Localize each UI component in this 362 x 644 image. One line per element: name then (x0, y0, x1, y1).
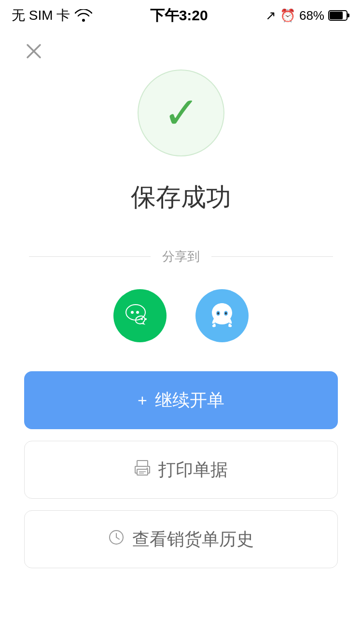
svg-point-13 (225, 312, 227, 315)
alarm-icon: ⏰ (280, 8, 295, 23)
battery-text: 68% (299, 8, 324, 23)
svg-point-18 (147, 468, 148, 469)
share-icons-row (113, 289, 249, 342)
status-time: 下午3:20 (150, 6, 208, 26)
wechat-share-button[interactable] (113, 289, 167, 342)
svg-line-21 (116, 537, 119, 539)
plus-icon: + (138, 391, 147, 410)
svg-point-12 (217, 312, 219, 315)
action-buttons: + 继续开单 打印单据 (0, 371, 362, 568)
main-content: ✓ 保存成功 分享到 (0, 31, 362, 568)
success-icon-circle: ✓ (138, 70, 224, 156)
svg-rect-15 (137, 469, 148, 475)
share-divider: 分享到 (0, 248, 362, 265)
svg-point-7 (136, 311, 139, 314)
carrier-text: 无 SIM 卡 (12, 6, 70, 25)
close-icon (25, 42, 43, 60)
share-label: 分享到 (151, 248, 211, 265)
svg-rect-2 (330, 12, 343, 19)
print-button-label: 打印单据 (158, 458, 228, 482)
close-button[interactable] (19, 37, 48, 66)
divider-right (211, 256, 333, 257)
success-title: 保存成功 (131, 181, 231, 214)
svg-point-6 (131, 311, 134, 314)
history-button-label: 查看销货单历史 (132, 528, 254, 551)
divider-left (29, 256, 151, 257)
location-icon: ↗ (265, 8, 276, 23)
qq-share-button[interactable] (195, 289, 249, 342)
svg-point-5 (126, 305, 145, 320)
status-right: ↗ ⏰ 68% (265, 8, 350, 23)
wifi-icon (75, 9, 92, 22)
continue-button[interactable]: + 继续开单 (24, 371, 338, 429)
history-button[interactable]: 查看销货单历史 (24, 510, 338, 568)
share-section: 分享到 (0, 248, 362, 342)
checkmark-icon: ✓ (163, 91, 199, 135)
status-bar: 无 SIM 卡 下午3:20 ↗ ⏰ 68% (0, 0, 362, 31)
svg-rect-1 (347, 14, 349, 17)
svg-point-9 (145, 318, 147, 320)
wechat-icon (125, 303, 155, 329)
battery-icon (328, 10, 350, 21)
printer-icon (134, 460, 151, 480)
svg-point-8 (141, 318, 143, 320)
status-carrier: 无 SIM 卡 (12, 6, 92, 25)
svg-rect-14 (137, 461, 148, 466)
print-button[interactable]: 打印单据 (24, 441, 338, 499)
qq-icon (208, 300, 237, 331)
continue-button-label: 继续开单 (155, 389, 224, 412)
clock-icon (108, 529, 125, 549)
